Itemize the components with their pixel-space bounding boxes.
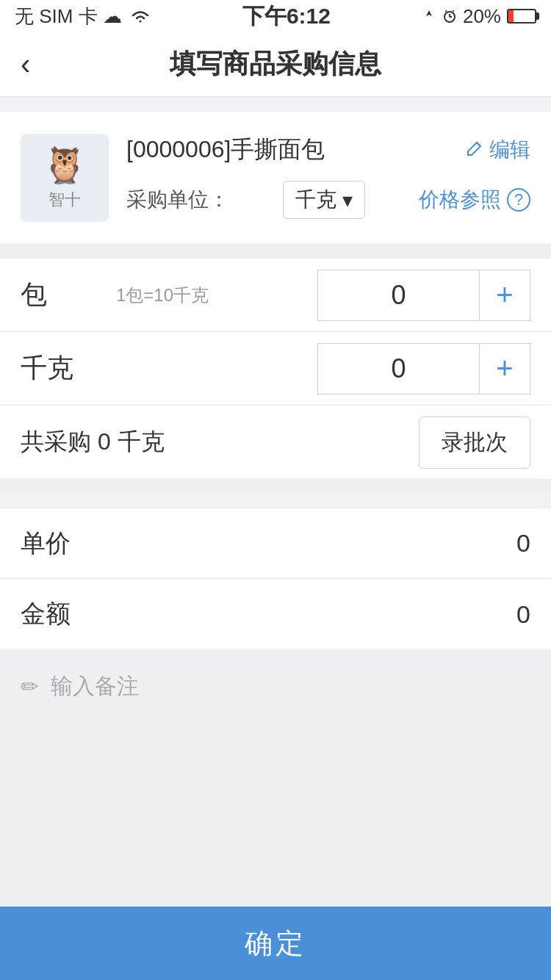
- summary-text: 共采购 0 千克: [21, 426, 165, 458]
- summary-row: 共采购 0 千克 录批次: [0, 406, 551, 479]
- unit-value: 千克: [295, 186, 336, 214]
- product-name: [0000006]手撕面包: [126, 134, 325, 166]
- sim-status: 无 SIM 卡 ☁: [15, 4, 122, 29]
- product-thumb-label: 智十: [48, 189, 81, 211]
- product-card: 🦉 智十 [0000006]手撕面包 编辑 采购单位： 千克 ▾ 价格参照 ?: [0, 112, 551, 244]
- confirm-button[interactable]: 确定: [0, 907, 551, 980]
- svg-line-5: [477, 143, 480, 146]
- product-thumbnail: 🦉 智十: [21, 134, 109, 222]
- price-row-unit: 单价 0: [0, 508, 551, 579]
- svg-line-3: [445, 10, 447, 12]
- unit-label: 采购单位：: [126, 186, 229, 214]
- pencil-icon: ✏: [21, 674, 39, 699]
- price-value-unit: 0: [516, 529, 530, 558]
- status-time: 下午6:12: [242, 1, 331, 32]
- price-ref-button[interactable]: 价格参照 ?: [419, 186, 530, 214]
- price-section: 单价 0 金额 0: [0, 508, 551, 649]
- price-value-amount: 0: [516, 600, 530, 629]
- help-icon: ?: [507, 188, 530, 212]
- unit-select[interactable]: 千克 ▾: [283, 181, 365, 219]
- quantity-plus-kg[interactable]: +: [479, 343, 530, 394]
- product-thumb-icon: 🦉: [43, 145, 87, 186]
- section-divider-2: [0, 479, 551, 494]
- location-icon: [422, 9, 436, 24]
- nav-bar: ‹ 填写商品采购信息: [0, 32, 551, 97]
- product-unit-row: 采购单位： 千克 ▾ 价格参照 ?: [126, 181, 530, 219]
- quantity-section: 包 1包=10千克 + 千克 +: [0, 259, 551, 406]
- price-label-unit: 单价: [21, 527, 71, 561]
- remark-placeholder: 输入备注: [51, 671, 139, 702]
- battery-icon: [507, 9, 536, 24]
- remark-section[interactable]: ✏ 输入备注: [0, 649, 551, 724]
- price-ref-label: 价格参照: [419, 186, 501, 214]
- quantity-input-wrap-bao: +: [317, 270, 530, 321]
- back-button[interactable]: ‹: [21, 48, 30, 81]
- quantity-input-wrap-kg: +: [317, 343, 530, 394]
- svg-line-4: [453, 10, 454, 12]
- wifi-icon: [129, 8, 151, 24]
- edit-icon: [466, 140, 485, 159]
- status-right: 20%: [422, 5, 536, 28]
- status-bar: 无 SIM 卡 ☁ 下午6:12 20%: [0, 0, 551, 32]
- quantity-plus-bao[interactable]: +: [479, 270, 530, 321]
- product-header: [0000006]手撕面包 编辑: [126, 134, 530, 166]
- quantity-input-kg[interactable]: [317, 343, 479, 394]
- batch-button[interactable]: 录批次: [419, 417, 530, 469]
- battery-fill: [508, 10, 514, 22]
- edit-button[interactable]: 编辑: [466, 136, 530, 164]
- price-row-amount: 金额 0: [0, 579, 551, 649]
- battery-percentage: 20%: [463, 5, 501, 28]
- quantity-label-bao: 包: [21, 277, 109, 313]
- quantity-input-bao[interactable]: [317, 270, 479, 321]
- section-divider-1: [0, 244, 551, 259]
- page-title: 填写商品采购信息: [170, 46, 381, 82]
- alarm-icon: [442, 9, 457, 24]
- status-left: 无 SIM 卡 ☁: [15, 4, 151, 29]
- quantity-sublabel-bao: 1包=10千克: [116, 284, 317, 307]
- edit-label: 编辑: [489, 136, 530, 164]
- quantity-row-bao: 包 1包=10千克 +: [0, 259, 551, 332]
- quantity-row-kg: 千克 +: [0, 332, 551, 406]
- chevron-down-icon: ▾: [342, 188, 353, 212]
- quantity-label-kg: 千克: [21, 350, 109, 386]
- product-info: [0000006]手撕面包 编辑 采购单位： 千克 ▾ 价格参照 ?: [126, 134, 530, 219]
- price-label-amount: 金额: [21, 597, 71, 631]
